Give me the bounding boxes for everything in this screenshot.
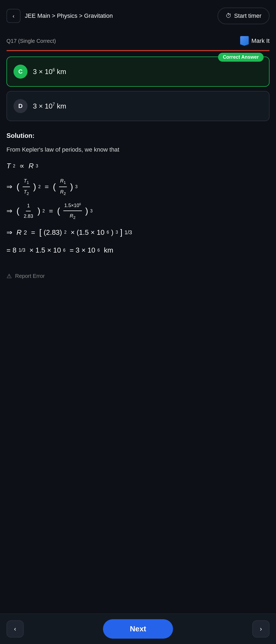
start-timer-button[interactable]: ⏱ Start timer xyxy=(218,8,270,24)
kepler-step4: = 81/3 × 1.5 × 106 = 3 × 106 km xyxy=(6,244,270,257)
kepler-law: T2 ∝ R3 xyxy=(6,160,270,172)
next-arrow-button[interactable]: › xyxy=(252,620,270,638)
warning-icon: ⚠ xyxy=(6,273,12,280)
mark-it-button[interactable]: Mark It xyxy=(240,36,270,46)
prev-icon: ‹ xyxy=(14,625,16,633)
header-left: ‹ JEE Main > Physics > Gravitation xyxy=(6,9,113,23)
kepler-step3: ⇒ R2 = [ (2.83)2 × (1.5 × 106)3 ] 1/3 xyxy=(6,225,270,240)
header: ‹ JEE Main > Physics > Gravitation ⏱ Sta… xyxy=(0,0,276,32)
option-d-circle: D xyxy=(13,99,27,113)
next-label: Next xyxy=(130,625,146,633)
kepler-step1: ⇒ ( T1 T2 ) 2 = ( R1 R2 ) 3 xyxy=(6,177,270,197)
option-c-card[interactable]: Correct Answer C 3 × 106 km xyxy=(6,57,270,87)
correct-answer-badge: Correct Answer xyxy=(218,53,264,62)
question-header: Q17 (Single Correct) Mark It xyxy=(0,32,276,50)
option-c-text: 3 × 106 km xyxy=(33,68,66,76)
next-button[interactable]: Next xyxy=(103,619,173,639)
next-arrow-icon: › xyxy=(260,625,262,633)
bottom-nav: ‹ Next › xyxy=(0,614,276,644)
solution-title: Solution: xyxy=(6,132,270,139)
option-d-text: 3 × 107 km xyxy=(33,102,66,110)
solution-intro: From Kepler's law of periods, we know th… xyxy=(6,145,270,154)
report-error-label: Report Error xyxy=(15,273,45,279)
question-label: Q17 (Single Correct) xyxy=(6,38,56,44)
bottom-spacer xyxy=(0,290,276,323)
option-c-circle: C xyxy=(13,65,27,79)
mark-it-label: Mark It xyxy=(251,37,270,44)
red-underline-bar xyxy=(6,50,270,51)
report-error-row[interactable]: ⚠ Report Error xyxy=(0,266,276,290)
back-button[interactable]: ‹ xyxy=(6,9,20,23)
prev-button[interactable]: ‹ xyxy=(6,620,24,638)
solution-section: Solution: From Kepler's law of periods, … xyxy=(0,121,276,266)
kepler-step2: ⇒ ( 1 2.83 ) 2 = ( 1.5×106 R2 ) 3 xyxy=(6,201,270,221)
timer-icon: ⏱ xyxy=(226,12,232,19)
breadcrumb: JEE Main > Physics > Gravitation xyxy=(25,12,113,19)
option-d-card[interactable]: D 3 × 107 km xyxy=(6,91,270,121)
back-icon: ‹ xyxy=(13,13,15,19)
options-container: Correct Answer C 3 × 106 km D 3 × 107 km xyxy=(0,57,276,121)
start-timer-label: Start timer xyxy=(234,12,261,19)
bookmark-icon xyxy=(240,36,249,46)
